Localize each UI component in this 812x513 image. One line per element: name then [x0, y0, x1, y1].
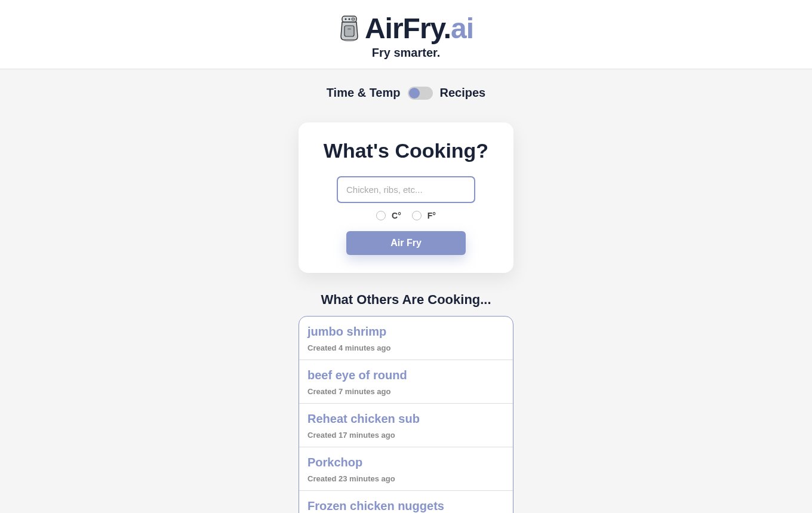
unit-radio-row: C° F°: [313, 211, 499, 220]
feed-item-time: Created 7 minutes ago: [307, 387, 505, 396]
radio-fahrenheit-group[interactable]: F°: [412, 211, 436, 220]
feed-item-name: Porkchop: [307, 456, 505, 469]
feed-item[interactable]: Reheat chicken sub Created 17 minutes ag…: [299, 404, 513, 447]
feed-item-time: Created 4 minutes ago: [307, 343, 505, 352]
feed-item-time: Created 17 minutes ago: [307, 431, 505, 440]
brand-main: AirFry.: [365, 13, 451, 44]
feed-item-name: beef eye of round: [307, 368, 505, 382]
radio-fahrenheit[interactable]: [412, 211, 422, 220]
radio-celsius-label: C°: [392, 211, 401, 220]
feed-item-name: Reheat chicken sub: [307, 412, 505, 426]
feed-item-name: Frozen chicken nuggets: [307, 499, 505, 513]
svg-rect-4: [345, 26, 354, 36]
feed-item-name: jumbo shrimp: [307, 325, 505, 339]
mode-label-time-temp[interactable]: Time & Temp: [327, 86, 401, 100]
feed-item[interactable]: Porkchop Created 23 minutes ago: [299, 447, 513, 491]
feed-item[interactable]: jumbo shrimp Created 4 minutes ago: [299, 317, 513, 360]
radio-celsius-group[interactable]: C°: [376, 211, 401, 220]
airfryer-icon: [339, 15, 360, 42]
brand-suffix: ai: [451, 13, 473, 44]
food-input[interactable]: [337, 177, 475, 202]
feed-item-time: Created 23 minutes ago: [307, 474, 505, 483]
cooking-card: What's Cooking? C° F° Air Fry: [299, 122, 513, 273]
feed-item[interactable]: beef eye of round Created 7 minutes ago: [299, 360, 513, 404]
mode-label-recipes[interactable]: Recipes: [440, 86, 486, 100]
mode-toggle-switch[interactable]: [408, 87, 433, 100]
radio-celsius[interactable]: [376, 211, 386, 220]
toggle-knob: [409, 88, 420, 99]
svg-rect-3: [352, 18, 355, 20]
mode-toggle-row: Time & Temp Recipes: [0, 69, 812, 112]
feed-list: jumbo shrimp Created 4 minutes ago beef …: [299, 316, 513, 513]
brand-name: AirFry.ai: [365, 12, 473, 45]
svg-rect-5: [347, 28, 351, 30]
airfry-button[interactable]: Air Fry: [346, 231, 466, 255]
feed-item[interactable]: Frozen chicken nuggets: [299, 491, 513, 513]
svg-point-6: [344, 39, 355, 42]
logo[interactable]: AirFry.ai: [0, 12, 812, 45]
feed-section-title: What Others Are Cooking...: [0, 292, 812, 308]
tagline: Fry smarter.: [0, 46, 812, 60]
header: AirFry.ai Fry smarter.: [0, 0, 812, 69]
card-title: What's Cooking?: [313, 139, 499, 162]
radio-fahrenheit-label: F°: [427, 211, 436, 220]
svg-point-2: [348, 18, 350, 20]
svg-point-1: [345, 18, 346, 20]
